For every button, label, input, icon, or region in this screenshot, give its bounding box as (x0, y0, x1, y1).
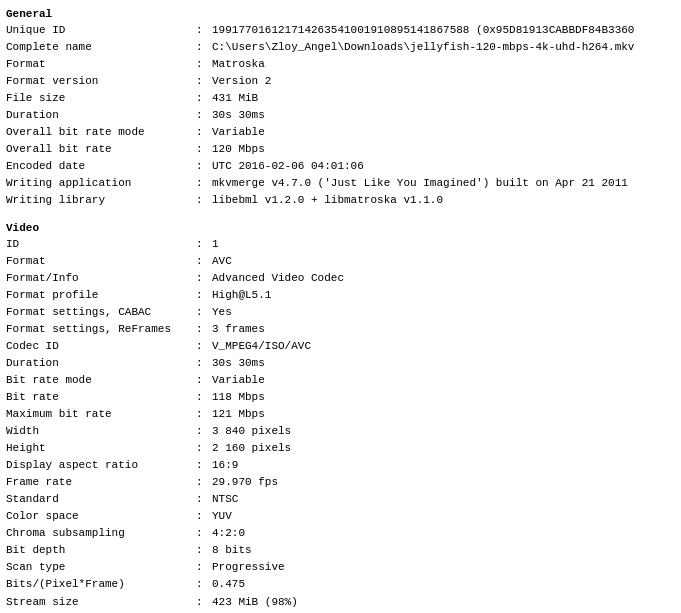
table-row: Codec ID: V_MPEG4/ISO/AVC (6, 338, 675, 355)
row-colon: : (196, 474, 212, 491)
row-value: NTSC (212, 491, 238, 508)
row-colon: : (196, 525, 212, 542)
row-colon: : (196, 56, 212, 73)
row-value: Matroska (212, 56, 265, 73)
row-label: Overall bit rate mode (6, 124, 196, 141)
row-label: Chroma subsampling (6, 525, 196, 542)
row-label: Duration (6, 355, 196, 372)
row-colon: : (196, 321, 212, 338)
row-colon: : (196, 559, 212, 576)
table-row: Bit rate mode: Variable (6, 372, 675, 389)
section-spacer (6, 210, 675, 218)
row-value: YUV (212, 508, 232, 525)
table-row: Standard: NTSC (6, 491, 675, 508)
row-colon: : (196, 338, 212, 355)
row-colon: : (196, 236, 212, 253)
table-row: Format settings, ReFrames: 3 frames (6, 321, 675, 338)
row-value: 8 bits (212, 542, 252, 559)
table-row: Frame rate: 29.970 fps (6, 474, 675, 491)
row-colon: : (196, 594, 212, 611)
row-value: AVC (212, 253, 232, 270)
table-row: Bit depth: 8 bits (6, 542, 675, 559)
row-label: Color space (6, 508, 196, 525)
section-header-1: Video (6, 222, 675, 234)
row-label: Unique ID (6, 22, 196, 39)
row-value: Advanced Video Codec (212, 270, 344, 287)
row-value: 1 (212, 236, 219, 253)
table-row: Encoded date: UTC 2016-02-06 04:01:06 (6, 158, 675, 175)
row-colon: : (196, 107, 212, 124)
row-colon: : (196, 192, 212, 209)
row-colon: : (196, 175, 212, 192)
row-colon: : (196, 22, 212, 39)
row-value: 431 MiB (212, 90, 258, 107)
table-row: Complete name: C:\Users\Zloy_Angel\Downl… (6, 39, 675, 56)
row-label: Height (6, 440, 196, 457)
table-row: Color space: YUV (6, 508, 675, 525)
table-row: Bit rate: 118 Mbps (6, 389, 675, 406)
row-value: 120 Mbps (212, 141, 265, 158)
row-colon: : (196, 287, 212, 304)
table-row: Chroma subsampling: 4:2:0 (6, 525, 675, 542)
row-label: Display aspect ratio (6, 457, 196, 474)
row-label: Encoded date (6, 158, 196, 175)
section-header-0: General (6, 8, 675, 20)
row-value: Version 2 (212, 73, 271, 90)
row-label: Complete name (6, 39, 196, 56)
table-row: Duration: 30s 30ms (6, 107, 675, 124)
row-label: Format (6, 56, 196, 73)
row-value: 118 Mbps (212, 389, 265, 406)
row-label: Format/Info (6, 270, 196, 287)
row-value: mkvmerge v4.7.0 ('Just Like You Imagined… (212, 175, 628, 192)
row-value: 0.475 (212, 576, 245, 593)
row-value: libebml v1.2.0 + libmatroska v1.1.0 (212, 192, 443, 209)
row-value: 199177016121714263541001910895141867588 … (212, 22, 634, 39)
table-row: File size: 431 MiB (6, 90, 675, 107)
table-row: Format profile: High@L5.1 (6, 287, 675, 304)
row-value: 3 840 pixels (212, 423, 291, 440)
table-row: Duration: 30s 30ms (6, 355, 675, 372)
table-row: Width: 3 840 pixels (6, 423, 675, 440)
row-label: File size (6, 90, 196, 107)
row-label: Stream size (6, 594, 196, 611)
media-info-content: GeneralUnique ID: 1991770161217142635410… (0, 0, 681, 613)
row-colon: : (196, 423, 212, 440)
row-colon: : (196, 304, 212, 321)
row-value: 16:9 (212, 457, 238, 474)
row-label: Standard (6, 491, 196, 508)
row-colon: : (196, 39, 212, 56)
row-label: Format settings, ReFrames (6, 321, 196, 338)
table-row: Overall bit rate mode: Variable (6, 124, 675, 141)
table-row: Overall bit rate: 120 Mbps (6, 141, 675, 158)
table-row: Format settings, CABAC: Yes (6, 304, 675, 321)
row-colon: : (196, 457, 212, 474)
row-value: High@L5.1 (212, 287, 271, 304)
row-colon: : (196, 158, 212, 175)
table-row: Format: AVC (6, 253, 675, 270)
row-value: 3 frames (212, 321, 265, 338)
row-label: Width (6, 423, 196, 440)
row-value: Variable (212, 124, 265, 141)
row-label: Bit rate (6, 389, 196, 406)
row-label: Format profile (6, 287, 196, 304)
row-value: V_MPEG4/ISO/AVC (212, 338, 311, 355)
table-row: Writing application: mkvmerge v4.7.0 ('J… (6, 175, 675, 192)
row-colon: : (196, 491, 212, 508)
table-row: Stream size: 423 MiB (98%) (6, 594, 675, 611)
row-label: Codec ID (6, 338, 196, 355)
row-colon: : (196, 73, 212, 90)
row-colon: : (196, 542, 212, 559)
row-colon: : (196, 389, 212, 406)
row-colon: : (196, 440, 212, 457)
row-colon: : (196, 576, 212, 593)
row-label: Frame rate (6, 474, 196, 491)
row-value: C:\Users\Zloy_Angel\Downloads\jellyfish-… (212, 39, 634, 56)
table-row: Maximum bit rate: 121 Mbps (6, 406, 675, 423)
row-label: Bits/(Pixel*Frame) (6, 576, 196, 593)
row-value: 30s 30ms (212, 107, 265, 124)
table-row: Height: 2 160 pixels (6, 440, 675, 457)
row-colon: : (196, 253, 212, 270)
row-value: Progressive (212, 559, 285, 576)
row-colon: : (196, 355, 212, 372)
table-row: Writing library: libebml v1.2.0 + libmat… (6, 192, 675, 209)
